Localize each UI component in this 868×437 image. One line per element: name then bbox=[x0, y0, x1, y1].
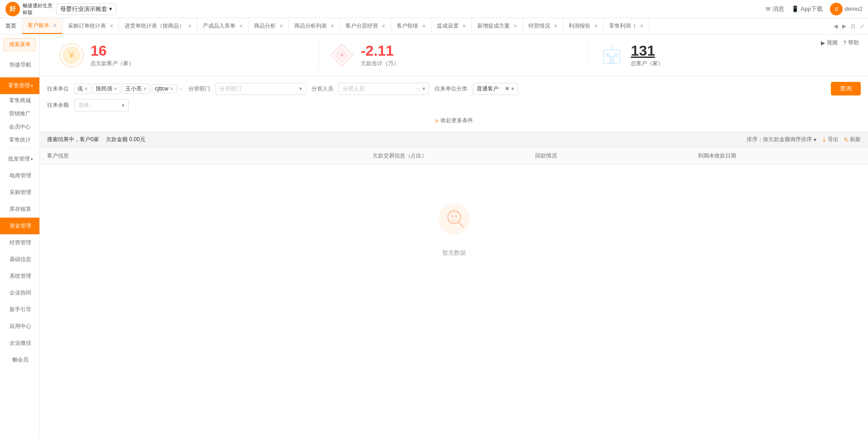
user-profile[interactable]: d demo2 bbox=[830, 3, 863, 15]
tab-profit-report[interactable]: 利润报告 ✕ bbox=[563, 18, 604, 34]
app-download-btn[interactable]: 📱 App下载 bbox=[791, 5, 823, 13]
tab-customer-contact[interactable]: 客户联络 ✕ bbox=[391, 18, 432, 34]
empty-illustration bbox=[436, 201, 472, 243]
download-icon: 📱 bbox=[791, 5, 799, 12]
tab-goods-analysis[interactable]: 商品分析 ✕ bbox=[249, 18, 289, 34]
tabbar: 首页 客户账本 ✕ 采购订单统计表 ✕ 进货单统计表（按商品） ✕ 产成品入库单… bbox=[0, 18, 868, 34]
svg-point-15 bbox=[455, 215, 457, 218]
tab-purchase-order[interactable]: 采购订单统计表 ✕ bbox=[62, 18, 119, 34]
tab-close-product-inbound[interactable]: ✕ bbox=[239, 24, 243, 28]
tab-close-inbound-stats[interactable]: ✕ bbox=[188, 24, 192, 28]
tab-retail-profit[interactable]: 零售利润（ ✕ bbox=[604, 18, 649, 34]
tab-close-purchase-order[interactable]: ✕ bbox=[110, 24, 113, 28]
tab-close-customer-segmentation[interactable]: ✕ bbox=[382, 24, 385, 28]
empty-text: 暂无数据 bbox=[442, 249, 466, 257]
tab-close-customer-contact[interactable]: ✕ bbox=[422, 24, 426, 28]
filter-person-dots[interactable]: ··· bbox=[416, 86, 421, 92]
tab-goods-analysis-list[interactable]: 商品分析列表 ✕ bbox=[289, 18, 340, 34]
results-sort-btn[interactable]: 排序：按欠款金额倒序排序 ▾ bbox=[747, 136, 816, 143]
tab-inbound-stats[interactable]: 进货单统计表（按商品） ✕ bbox=[119, 18, 197, 34]
chevron-down-icon: ▾ bbox=[109, 5, 112, 12]
sidebar-item-vip-member[interactable]: 畅会员 bbox=[0, 352, 39, 368]
filter-person-select[interactable]: 分管人员 ··· ▾ bbox=[339, 83, 429, 95]
svg-point-14 bbox=[451, 215, 454, 218]
filter-tag-close-1[interactable]: ✕ bbox=[114, 86, 117, 91]
chevron-down-class: ▾ bbox=[511, 86, 514, 92]
sidebar-item-enterprise-wechat[interactable]: 企业微信 bbox=[0, 335, 39, 352]
filter-unit-class-label: 往来单位分类 bbox=[435, 85, 467, 93]
filter-balance-select[interactable]: 选择... ▾ bbox=[74, 99, 129, 111]
sidebar-item-basic-info[interactable]: 基础信息 bbox=[0, 251, 39, 268]
col-header-customer: 客户信息 bbox=[47, 152, 373, 160]
filter-tag-1: 陈民强 ✕ bbox=[93, 84, 120, 94]
sidebar-item-operations-mgmt[interactable]: 经营管理 bbox=[0, 234, 39, 251]
tab-close-commission-settings[interactable]: ✕ bbox=[462, 24, 466, 28]
tab-close-goods-analysis-list[interactable]: ✕ bbox=[331, 24, 334, 28]
account-selector[interactable]: 母婴行业演示账套 ▾ bbox=[56, 3, 116, 15]
tab-accounts[interactable]: 客户账本 ✕ bbox=[22, 18, 62, 34]
empty-state: 暂无数据 bbox=[40, 165, 868, 293]
tab-close-operations[interactable]: ✕ bbox=[554, 24, 557, 28]
filter-dept-select[interactable]: 分管部门 ▾ bbox=[216, 83, 306, 95]
collapse-btn[interactable]: ∧ 收起更多条件 bbox=[47, 115, 861, 126]
sidebar-item-retail-mall[interactable]: 零售商城 bbox=[0, 94, 39, 107]
tab-close-add-commission[interactable]: ✕ bbox=[513, 24, 517, 28]
stats-bar: ▶ 视频 ? 帮助 ¥ 16 bbox=[40, 34, 868, 76]
sidebar-item-retail[interactable]: 零售管理 ▾ bbox=[0, 77, 39, 94]
tab-commission-settings[interactable]: 提成设置 ✕ bbox=[432, 18, 472, 34]
filter-tag-close-2[interactable]: ✕ bbox=[143, 86, 147, 91]
chevron-icon-wholesale: ▾ bbox=[31, 157, 33, 162]
svg-text:¥: ¥ bbox=[69, 51, 74, 60]
search-menu-btn[interactable]: 搜索菜单 bbox=[4, 38, 36, 51]
help-link[interactable]: ? 帮助 bbox=[843, 39, 859, 47]
sidebar-item-wholesale[interactable]: 批发管理 ▾ bbox=[0, 151, 39, 167]
tab-operations[interactable]: 经营情况 ✕ bbox=[523, 18, 563, 34]
filter-more-tags[interactable]: ··· bbox=[178, 86, 183, 92]
query-button[interactable]: 查询 bbox=[831, 82, 861, 95]
sidebar-item-system[interactable]: 系统管理 bbox=[0, 268, 39, 285]
sidebar-item-marketing[interactable]: 营销推广 bbox=[0, 107, 39, 120]
tab-maximize[interactable]: ⊡ bbox=[849, 22, 857, 30]
export-icon: ⤓ bbox=[822, 137, 826, 143]
filter-tags: 佤 ✕ 陈民强 ✕ 王小亮 ✕ cjttcw ✕ ··· bbox=[74, 84, 183, 94]
chevron-down-balance: ▾ bbox=[122, 102, 125, 109]
sidebar-item-enterprise-coop[interactable]: 企业协同 bbox=[0, 285, 39, 301]
filter-unit-class-select[interactable]: 普通客户 ✕ ▾ bbox=[473, 83, 518, 95]
svg-rect-8 bbox=[614, 53, 618, 57]
filter-unit-class-clear[interactable]: ✕ bbox=[505, 86, 509, 92]
chevron-up-icon: ∧ bbox=[435, 118, 439, 124]
sidebar-item-new-guide[interactable]: 新手引导 bbox=[0, 301, 39, 318]
refresh-btn[interactable]: ↻ 刷新 bbox=[844, 136, 861, 143]
tab-close-goods-analysis[interactable]: ✕ bbox=[279, 24, 283, 28]
chevron-down-sort: ▾ bbox=[814, 137, 816, 143]
sidebar-divider-1 bbox=[4, 75, 36, 76]
main-layout: 搜索菜单 快捷导航 零售管理 ▾ 零售商城 营销推广 会员中心 bbox=[0, 34, 868, 437]
sidebar-item-app-center[interactable]: 应用中心 bbox=[0, 318, 39, 335]
video-help-link[interactable]: ▶ 视频 bbox=[821, 39, 838, 47]
tab-fullscreen[interactable]: ⤢ bbox=[858, 22, 866, 30]
stat-info-total: 131 总客户（家） bbox=[631, 43, 663, 67]
tab-scroll-left[interactable]: ◀ bbox=[832, 22, 839, 30]
message-btn[interactable]: ✉ 消息 bbox=[766, 5, 784, 13]
svg-text:✦: ✦ bbox=[340, 52, 344, 58]
tab-home[interactable]: 首页 bbox=[0, 18, 22, 34]
export-btn[interactable]: ⤓ 导出 bbox=[822, 136, 839, 143]
tab-add-commission[interactable]: 新增提成方案 ✕ bbox=[472, 18, 523, 34]
stats-help-links: ▶ 视频 ? 帮助 bbox=[821, 39, 859, 47]
tab-close-accounts[interactable]: ✕ bbox=[53, 23, 57, 28]
sidebar-item-retail-stats[interactable]: 零售统计 bbox=[0, 133, 39, 147]
logo-icon: 好 bbox=[5, 2, 20, 16]
tab-customer-segmentation[interactable]: 客户分层经营 ✕ bbox=[340, 18, 391, 34]
tab-close-profit-report[interactable]: ✕ bbox=[594, 24, 598, 28]
sidebar-item-purchase[interactable]: 采购管理 bbox=[0, 184, 39, 201]
sidebar-item-quick-nav[interactable]: 快捷导航 bbox=[0, 57, 39, 73]
sidebar-item-inventory[interactable]: 库存核算 bbox=[0, 201, 39, 218]
tab-scroll-right[interactable]: ▶ bbox=[840, 22, 848, 30]
sidebar-item-member[interactable]: 会员中心 bbox=[0, 120, 39, 133]
sidebar-item-ecommerce[interactable]: 电商管理 bbox=[0, 167, 39, 184]
filter-tag-close-3[interactable]: ✕ bbox=[170, 86, 173, 91]
sidebar-item-finance[interactable]: 资金管理 bbox=[0, 218, 39, 234]
filter-tag-close-0[interactable]: ✕ bbox=[84, 86, 88, 91]
tab-close-retail-profit[interactable]: ✕ bbox=[640, 24, 643, 28]
tab-product-inbound[interactable]: 产成品入库单 ✕ bbox=[197, 18, 249, 34]
